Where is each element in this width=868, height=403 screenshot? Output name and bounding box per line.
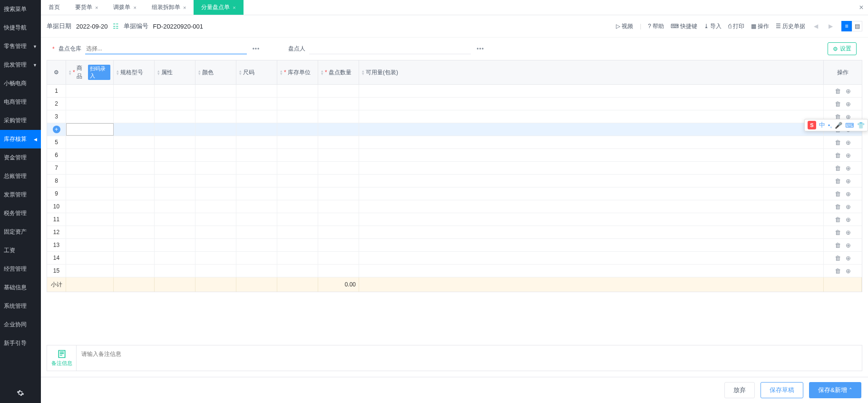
cell[interactable] bbox=[155, 226, 195, 238]
cell[interactable] bbox=[318, 265, 359, 277]
delete-row-icon[interactable]: 🗑 bbox=[835, 203, 841, 210]
cell[interactable] bbox=[114, 200, 155, 213]
sidebar-item-3[interactable]: 批发管理▼ bbox=[0, 56, 41, 74]
cell[interactable]: 7 bbox=[47, 162, 66, 174]
tab-3[interactable]: 组装拆卸单× bbox=[144, 0, 194, 15]
cell[interactable] bbox=[277, 187, 318, 200]
table-row[interactable]: 11🗑⊕ bbox=[47, 213, 862, 226]
cell[interactable]: 11 bbox=[47, 213, 66, 226]
ime-lang[interactable]: 中 bbox=[819, 121, 825, 129]
view-list[interactable]: ≡ bbox=[841, 21, 852, 31]
cell[interactable] bbox=[195, 136, 236, 148]
close-icon[interactable]: × bbox=[183, 5, 186, 10]
cell[interactable] bbox=[155, 200, 195, 213]
cell[interactable] bbox=[114, 213, 155, 226]
cell[interactable] bbox=[66, 85, 114, 97]
sidebar-item-6[interactable]: 采购管理 bbox=[0, 111, 41, 130]
cell[interactable]: 10 bbox=[47, 200, 66, 213]
cell[interactable] bbox=[66, 200, 114, 213]
cell[interactable] bbox=[236, 123, 277, 136]
cell[interactable] bbox=[195, 187, 236, 200]
col-avail[interactable]: ▴▾可用量(包装) bbox=[359, 60, 824, 84]
col-size[interactable]: ▴▾尺码 bbox=[236, 60, 277, 84]
delete-row-icon[interactable]: 🗑 bbox=[835, 152, 841, 159]
prev-doc[interactable]: ◀ bbox=[812, 23, 820, 29]
cell[interactable] bbox=[195, 110, 236, 123]
cell[interactable] bbox=[195, 252, 236, 264]
copy-row-icon[interactable]: ⊕ bbox=[846, 152, 851, 159]
cell[interactable] bbox=[236, 252, 277, 264]
sidebar-item-11[interactable]: 税务管理 bbox=[0, 204, 41, 223]
cell[interactable] bbox=[114, 98, 155, 110]
cell[interactable] bbox=[359, 252, 824, 264]
import-link[interactable]: ⤓导入 bbox=[704, 22, 722, 30]
cell[interactable] bbox=[66, 187, 114, 200]
delete-row-icon[interactable]: 🗑 bbox=[835, 88, 841, 95]
cell[interactable] bbox=[318, 200, 359, 213]
cell[interactable] bbox=[66, 149, 114, 161]
cell[interactable] bbox=[236, 149, 277, 161]
cell[interactable] bbox=[66, 226, 114, 238]
ime-mic-icon[interactable]: 🎤 bbox=[835, 122, 842, 129]
cell[interactable]: 6 bbox=[47, 149, 66, 161]
cell[interactable] bbox=[155, 149, 195, 161]
cell[interactable] bbox=[155, 265, 195, 277]
table-row[interactable]: 15🗑⊕ bbox=[47, 265, 862, 277]
cell[interactable]: 5 bbox=[47, 136, 66, 148]
col-unit[interactable]: ▴▾*库存单位 bbox=[277, 60, 318, 84]
sidebar-item-5[interactable]: 电商管理 bbox=[0, 93, 41, 111]
table-row[interactable]: 6🗑⊕ bbox=[47, 149, 862, 162]
cell[interactable]: 12 bbox=[47, 226, 66, 238]
sidebar-item-8[interactable]: 资金管理 bbox=[0, 148, 41, 167]
cell[interactable] bbox=[155, 187, 195, 200]
cell[interactable] bbox=[359, 110, 824, 123]
cell[interactable] bbox=[277, 123, 318, 136]
sidebar-item-9[interactable]: 总账管理 bbox=[0, 167, 41, 186]
cell[interactable] bbox=[66, 162, 114, 174]
cell[interactable] bbox=[277, 85, 318, 97]
cell[interactable] bbox=[114, 149, 155, 161]
cell[interactable] bbox=[66, 252, 114, 264]
table-row[interactable]: 12🗑⊕ bbox=[47, 226, 862, 239]
cell[interactable] bbox=[195, 213, 236, 226]
cell[interactable] bbox=[195, 98, 236, 110]
video-link[interactable]: ▷视频 bbox=[616, 22, 633, 30]
cell[interactable] bbox=[318, 187, 359, 200]
copy-row-icon[interactable]: ⊕ bbox=[846, 255, 851, 262]
cell[interactable] bbox=[114, 175, 155, 187]
next-doc[interactable]: ▶ bbox=[827, 23, 835, 29]
cell[interactable] bbox=[318, 136, 359, 148]
sidebar-item-18[interactable]: 新手引导 bbox=[0, 334, 41, 353]
counter-input[interactable] bbox=[309, 43, 471, 54]
delete-row-icon[interactable]: 🗑 bbox=[835, 267, 841, 275]
cell[interactable] bbox=[359, 200, 824, 213]
copy-row-icon[interactable]: ⊕ bbox=[846, 88, 851, 95]
cell[interactable] bbox=[236, 98, 277, 110]
cell[interactable] bbox=[318, 239, 359, 251]
cell[interactable] bbox=[114, 239, 155, 251]
col-spec[interactable]: ▴▾规格型号 bbox=[114, 60, 155, 84]
table-row[interactable]: +🗑⊕ bbox=[47, 123, 862, 136]
sidebar-item-12[interactable]: 固定资产 bbox=[0, 223, 41, 241]
ime-keyboard-icon[interactable]: ⌨ bbox=[845, 122, 854, 129]
tab-0[interactable]: 首页 bbox=[41, 0, 68, 15]
cell[interactable] bbox=[277, 226, 318, 238]
close-all-tabs[interactable]: × bbox=[855, 3, 868, 12]
cell[interactable] bbox=[114, 110, 155, 123]
copy-row-icon[interactable]: ⊕ bbox=[846, 242, 851, 249]
view-grid[interactable]: ▤ bbox=[852, 21, 862, 31]
cell[interactable] bbox=[277, 136, 318, 148]
cell[interactable] bbox=[114, 85, 155, 97]
sidebar-item-4[interactable]: 小畅电商 bbox=[0, 74, 41, 93]
cell[interactable] bbox=[66, 213, 114, 226]
cell[interactable] bbox=[236, 226, 277, 238]
cell[interactable] bbox=[318, 98, 359, 110]
cell[interactable] bbox=[359, 98, 824, 110]
discard-button[interactable]: 放弃 bbox=[724, 382, 755, 398]
copy-row-icon[interactable]: ⊕ bbox=[846, 177, 851, 185]
cell[interactable] bbox=[195, 200, 236, 213]
ime-punct-icon[interactable]: •, bbox=[828, 122, 832, 129]
cell[interactable] bbox=[359, 239, 824, 251]
sidebar-item-0[interactable]: 搜索菜单 bbox=[0, 0, 41, 19]
copy-row-icon[interactable]: ⊕ bbox=[846, 216, 851, 223]
